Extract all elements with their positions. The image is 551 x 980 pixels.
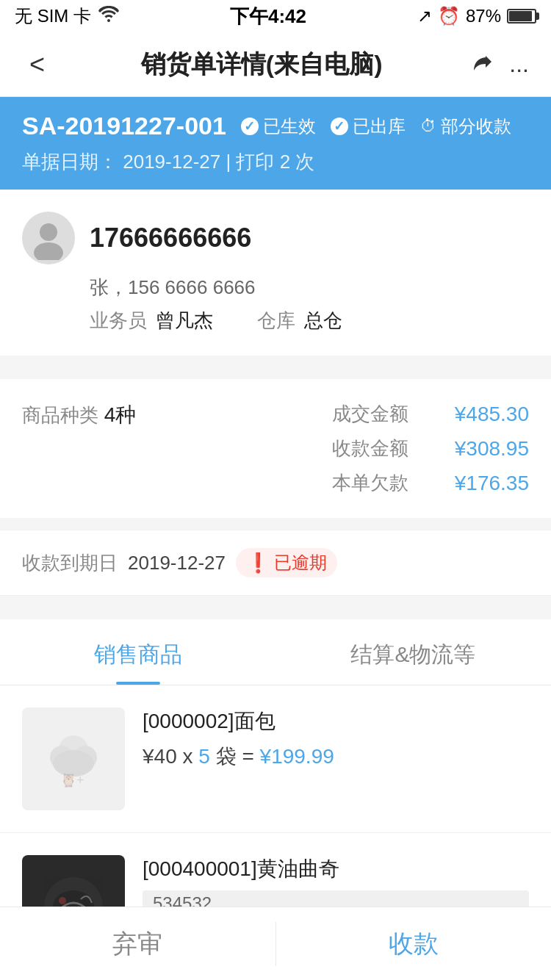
- svg-point-0: [40, 223, 57, 241]
- overdue-icon: ❗: [246, 552, 270, 574]
- overdue-text: 已逾期: [274, 551, 327, 574]
- carrier-text: 无 SIM 卡: [15, 4, 91, 28]
- warehouse-item: 仓库 总仓: [257, 308, 342, 334]
- product-item-1: 🦉+ [0000002]面包 ¥40 x 5 袋 = ¥199.99: [0, 685, 551, 833]
- status-left: 无 SIM 卡: [15, 4, 119, 28]
- staff-item: 业务员 曾凡杰: [90, 308, 213, 334]
- overdue-badge: ❗ 已逾期: [236, 548, 337, 577]
- transaction-amount: ¥485.30: [426, 403, 529, 426]
- tab-sales-label: 销售商品: [94, 642, 182, 666]
- order-number: SA-20191227-001: [22, 112, 226, 140]
- svg-point-1: [34, 242, 63, 260]
- divider-1: [0, 356, 551, 367]
- battery-icon: [507, 9, 536, 24]
- banner-status-row: SA-20191227-001 ✓ 已生效 ✓ 已出库 ⏱ 部分收款: [22, 112, 529, 140]
- owed-label: 本单欠款: [332, 470, 408, 496]
- status-effective-label: 已生效: [263, 115, 316, 138]
- category-label: 商品种类: [22, 404, 98, 426]
- share-button[interactable]: [471, 50, 494, 79]
- location-icon: ↗: [417, 6, 432, 26]
- check-icon-1: ✓: [241, 118, 259, 135]
- alarm-icon: ⏰: [438, 6, 460, 26]
- battery-percent: 87%: [466, 6, 501, 26]
- print-info: 打印 2 次: [236, 151, 314, 173]
- order-banner: SA-20191227-001 ✓ 已生效 ✓ 已出库 ⏱ 部分收款 单据日期：…: [0, 97, 551, 190]
- status-partial-label: 部分收款: [441, 115, 511, 138]
- status-partial: ⏱ 部分收款: [420, 115, 511, 138]
- owed-amount: ¥176.35: [426, 472, 529, 495]
- received-row: 收款金额 ¥308.95: [332, 436, 529, 461]
- summary-left: 商品种类 4种: [22, 401, 136, 496]
- transaction-row: 成交金额 ¥485.30: [332, 401, 529, 427]
- status-shipped-label: 已出库: [353, 115, 406, 138]
- svg-point-9: [59, 897, 66, 904]
- category-count: 4种: [104, 403, 137, 426]
- warehouse-label: 仓库: [257, 308, 295, 334]
- owed-row: 本单欠款 ¥176.35: [332, 470, 529, 496]
- received-label: 收款金额: [332, 436, 408, 461]
- staff-label: 业务员: [90, 308, 147, 334]
- customer-meta: 业务员 曾凡杰 仓库 总仓: [90, 308, 529, 334]
- product-name-1: [0000002]面包: [143, 707, 529, 735]
- svg-text:🦉+: 🦉+: [60, 772, 84, 788]
- banner-date-row: 单据日期： 2019-12-27 | 打印 2 次: [22, 149, 529, 175]
- product-name-2: [000400001]黄油曲奇: [143, 855, 529, 883]
- tab-settlement[interactable]: 结算&物流等: [276, 619, 551, 685]
- product-price-1: ¥40 x 5 袋 = ¥199.99: [143, 743, 529, 771]
- received-amount: ¥308.95: [426, 437, 529, 461]
- page-title: 销货单详情(来自电脑): [141, 48, 383, 82]
- date-label: 单据日期：: [22, 151, 118, 173]
- check-icon-2: ✓: [331, 118, 348, 135]
- summary-right: 成交金额 ¥485.30 收款金额 ¥308.95 本单欠款 ¥176.35: [332, 401, 529, 496]
- warehouse-name: 总仓: [304, 308, 342, 334]
- back-button[interactable]: <: [22, 42, 52, 87]
- price-base-1: ¥40: [143, 745, 177, 768]
- due-date-value: 2019-12-27: [128, 552, 226, 574]
- separator: |: [226, 151, 236, 173]
- collect-payment-button[interactable]: 收款: [276, 912, 552, 976]
- more-button[interactable]: ...: [509, 51, 529, 78]
- order-date: 2019-12-27: [123, 151, 220, 173]
- product-info-1: [0000002]面包 ¥40 x 5 袋 = ¥199.99: [143, 707, 529, 771]
- divider-2: [0, 596, 551, 608]
- clock-icon: ⏱: [420, 117, 436, 136]
- status-time: 下午4:42: [230, 4, 306, 29]
- status-effective: ✓ 已生效: [241, 115, 316, 138]
- tabs-section: 销售商品 结算&物流等: [0, 619, 551, 685]
- wifi-icon: [98, 6, 119, 26]
- customer-id: 17666666666: [90, 223, 251, 253]
- tab-settlement-label: 结算&物流等: [350, 642, 475, 666]
- due-label: 收款到期日: [22, 550, 118, 576]
- bottom-bar: 弃审 收款: [0, 907, 551, 980]
- nav-bar: < 销货单详情(来自电脑) ...: [0, 32, 551, 97]
- total-1: ¥199.99: [260, 745, 334, 768]
- staff-name: 曾凡杰: [156, 308, 213, 334]
- unit-1: 袋: [216, 745, 237, 768]
- equals-1: =: [242, 745, 259, 768]
- status-right: ↗ ⏰ 87%: [417, 6, 536, 26]
- multiply-sign-1: x: [183, 745, 199, 768]
- transaction-label: 成交金额: [332, 401, 408, 427]
- customer-sub-info: 张，156 6666 6666: [90, 275, 529, 300]
- abandon-review-button[interactable]: 弃审: [0, 912, 276, 976]
- due-date-section: 收款到期日 2019-12-27 ❗ 已逾期: [0, 530, 551, 596]
- avatar: [22, 212, 75, 264]
- customer-section: 17666666666 张，156 6666 6666 业务员 曾凡杰 仓库 总…: [0, 190, 551, 356]
- nav-right-actions: ...: [471, 50, 529, 79]
- summary-category-label: 商品种类 4种: [22, 401, 136, 429]
- qty-1: 5: [198, 745, 210, 768]
- customer-row: 17666666666: [22, 212, 529, 264]
- tab-sales-products[interactable]: 销售商品: [0, 619, 276, 685]
- summary-section: 商品种类 4种 成交金额 ¥485.30 收款金额 ¥308.95 本单欠款 ¥…: [0, 379, 551, 518]
- product-image-1: 🦉+: [22, 707, 125, 810]
- status-bar: 无 SIM 卡 下午4:42 ↗ ⏰ 87%: [0, 0, 551, 32]
- status-shipped: ✓ 已出库: [331, 115, 406, 138]
